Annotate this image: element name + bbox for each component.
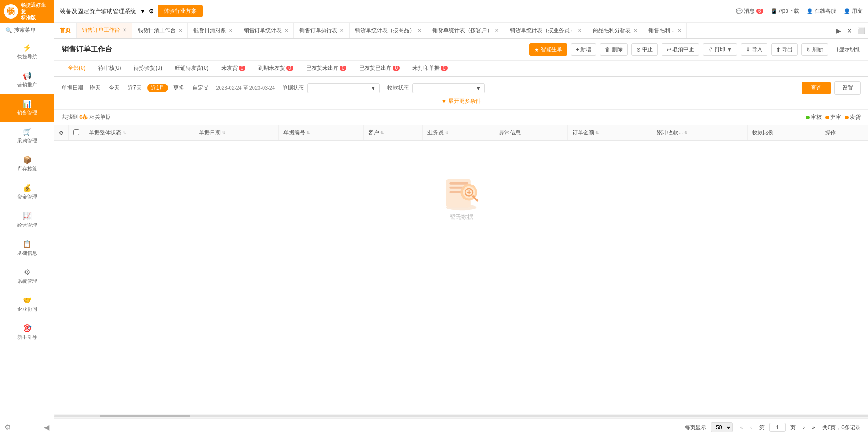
date-option-yesterday[interactable]: 昨天 <box>87 83 103 93</box>
add-btn[interactable]: + 新增 <box>571 43 596 56</box>
tab-home[interactable]: 首页 <box>54 23 77 39</box>
sort-number-icon[interactable]: ⇅ <box>307 131 310 135</box>
sidebar-item-operations[interactable]: 📈 经营管理 <box>0 206 54 234</box>
sub-tab-shipped-not-in[interactable]: 已发货未出库0 <box>300 61 353 76</box>
close-tab-sales-summary-customer[interactable]: ✕ <box>495 28 499 33</box>
sidebar-item-guide[interactable]: 🎯 新手引导 <box>0 318 54 346</box>
sidebar-item-sales[interactable]: 📊 销售管理 <box>0 94 54 122</box>
export-btn[interactable]: ⬆ 导出 <box>771 43 798 56</box>
prev-page-btn[interactable]: ‹ <box>748 423 755 431</box>
trial-btn[interactable]: 体验行业方案 <box>158 5 203 17</box>
date-option-more[interactable]: 更多 <box>171 83 187 93</box>
tab-cash-reconcile[interactable]: 钱货日清对账 ✕ <box>188 23 238 39</box>
set-btn[interactable]: 设置 <box>834 81 861 95</box>
sidebar-item-quick-nav[interactable]: ⚡ 快捷导航 <box>0 38 54 66</box>
tab-sales-exec[interactable]: 销售订单执行表 ✕ <box>294 23 350 39</box>
th-checkbox[interactable] <box>69 125 84 141</box>
header-dropdown-icon[interactable]: ▼ <box>140 8 145 14</box>
close-tab-sales-summary-staff[interactable]: ✕ <box>578 28 581 33</box>
print-btn[interactable]: 🖨 打印 ▼ <box>703 43 737 56</box>
sidebar-item-enterprise[interactable]: 🤝 企业协同 <box>0 290 54 318</box>
cancel-stop-btn[interactable]: ↩ 取消中止 <box>662 43 699 56</box>
show-detail-label[interactable]: 显示明细 <box>832 46 861 53</box>
sort-amount-icon[interactable]: ⇅ <box>595 131 599 135</box>
date-option-today[interactable]: 今天 <box>106 83 122 93</box>
sidebar-item-finance[interactable]: 💰 资金管理 <box>0 178 54 206</box>
next-page-btn[interactable]: › <box>800 423 807 431</box>
sub-tab-expired-not-shipped[interactable]: 到期未发货0 <box>252 61 300 76</box>
stop-btn[interactable]: ⊘ 中止 <box>631 43 658 56</box>
sidebar-item-purchase[interactable]: 🛒 采购管理 <box>0 122 54 150</box>
delete-btn[interactable]: 🗑 删除 <box>600 43 628 56</box>
th-date: 单据日期 ⇅ <box>194 125 278 141</box>
sort-customer-icon[interactable]: ⇅ <box>380 131 384 135</box>
sort-date-icon[interactable]: ⇅ <box>222 131 225 135</box>
first-page-btn[interactable]: « <box>737 423 746 431</box>
show-detail-checkbox[interactable] <box>832 47 838 52</box>
settings-icon[interactable]: ⚙ <box>5 423 11 431</box>
marketing-icon: 📢 <box>23 71 32 80</box>
page-input[interactable] <box>769 423 786 432</box>
tab-sales-summary-staff[interactable]: 销货单统计表（按业务员） ✕ <box>504 23 587 39</box>
sub-tab-wangpu[interactable]: 旺铺待发货(0) <box>168 61 215 76</box>
payment-filter-select[interactable]: ▼ <box>412 83 485 93</box>
tab-sales-workbench[interactable]: 销售订单工作台 ✕ <box>77 23 132 39</box>
tabs-close-all[interactable]: ✕ <box>844 27 855 34</box>
scrollbar-thumb[interactable] <box>100 415 190 417</box>
refresh-btn[interactable]: ↻ 刷新 <box>801 43 828 56</box>
close-tab-sales-workbench[interactable]: ✕ <box>123 28 126 33</box>
gear-settings-icon[interactable]: ⚙ <box>149 8 154 14</box>
th-settings[interactable]: ⚙ <box>54 125 69 141</box>
tab-cash-daily[interactable]: 钱货日清工作台 ✕ <box>132 23 188 39</box>
close-tab-sales-summary-product[interactable]: ✕ <box>417 28 421 33</box>
collapse-icon[interactable]: ◀ <box>44 423 49 431</box>
sub-tab-pending-review[interactable]: 待审核(0) <box>92 61 128 76</box>
sidebar-item-system[interactable]: ⚙ 系统管理 <box>0 262 54 290</box>
tab-margin-analysis[interactable]: 商品毛利分析表 ✕ <box>587 23 643 39</box>
tab-sales-more[interactable]: 销售毛利... ✕ <box>643 23 687 39</box>
close-tab-cash-daily[interactable]: ✕ <box>178 28 182 33</box>
ship-action[interactable]: 发货 <box>845 114 861 121</box>
select-all-checkbox[interactable] <box>73 129 79 135</box>
review-action[interactable]: 审核 <box>806 114 822 121</box>
user-profile-btn[interactable]: 👤 用友 <box>844 7 863 15</box>
close-tab-cash-reconcile[interactable]: ✕ <box>229 28 232 33</box>
close-tab-sales-stats[interactable]: ✕ <box>284 28 288 33</box>
sub-tab-all[interactable]: 全部(0) <box>62 61 92 76</box>
import-btn[interactable]: ⬇ 导入 <box>741 43 767 56</box>
sub-tab-shipped-in[interactable]: 已发货已出库0 <box>353 61 406 76</box>
sidebar-search[interactable]: 🔍 搜索菜单 <box>0 23 54 38</box>
ship-dot <box>845 116 849 119</box>
page-title: 销售订单工作台 <box>62 45 112 54</box>
status-filter-select[interactable]: ▼ <box>307 83 380 93</box>
sub-tab-not-shipped[interactable]: 未发货0 <box>215 61 252 76</box>
date-option-1month[interactable]: 近1月 <box>147 84 168 92</box>
page-size-select[interactable]: 50 <box>711 422 733 432</box>
tab-sales-summary-product[interactable]: 销货单统计表（按商品） ✕ <box>350 23 427 39</box>
last-page-btn[interactable]: » <box>809 423 818 431</box>
sort-status-icon[interactable]: ⇅ <box>123 131 126 135</box>
close-tab-margin-analysis[interactable]: ✕ <box>633 28 637 33</box>
sidebar-item-inventory[interactable]: 📦 库存核算 <box>0 150 54 178</box>
message-btn[interactable]: 💬 消息 6 <box>736 7 763 15</box>
date-option-7days[interactable]: 近7天 <box>125 83 144 93</box>
app-download-btn[interactable]: 📱 App下载 <box>771 7 799 15</box>
sidebar-item-basic[interactable]: 📋 基础信息 <box>0 234 54 262</box>
close-tab-sales-exec[interactable]: ✕ <box>340 28 344 33</box>
tab-sales-stats[interactable]: 销售订单统计表 ✕ <box>238 23 294 39</box>
sub-tab-pending-inspect[interactable]: 待拣验货(0) <box>127 61 168 76</box>
sidebar-item-marketing[interactable]: 📢 营销推广 <box>0 66 54 94</box>
tab-sales-summary-customer[interactable]: 销货单统计表（按客户） ✕ <box>427 23 504 39</box>
online-service-btn[interactable]: 👤 在线客服 <box>806 7 836 15</box>
sort-received-icon[interactable]: ⇅ <box>684 131 688 135</box>
expand-btn[interactable]: ▼ 展开更多条件 <box>441 97 481 105</box>
date-option-custom[interactable]: 自定义 <box>190 83 211 93</box>
close-tab-sales-more[interactable]: ✕ <box>677 28 681 33</box>
query-btn[interactable]: 查询 <box>802 82 831 94</box>
tabs-scroll-right[interactable]: ▶ <box>834 27 844 34</box>
cancel-review-action[interactable]: 弃审 <box>825 114 841 121</box>
smart-order-btn[interactable]: ★ 智能生单 <box>529 43 567 56</box>
tabs-maximize[interactable]: ⬜ <box>855 27 868 34</box>
sub-tab-not-printed[interactable]: 未打印单据0 <box>406 61 454 76</box>
sort-staff-icon[interactable]: ⇅ <box>445 131 449 135</box>
